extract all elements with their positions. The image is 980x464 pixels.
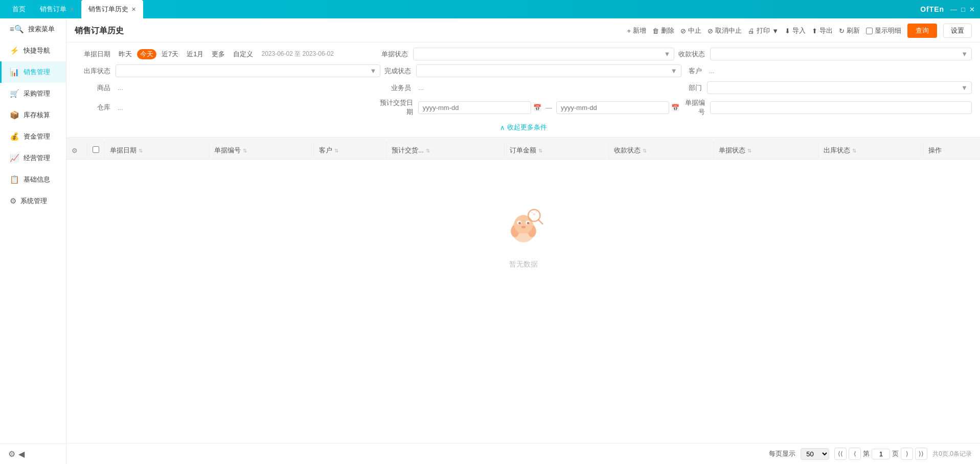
payment-status-select-wrap: ▼ bbox=[710, 48, 972, 60]
th-date-label: 单据日期 bbox=[110, 146, 136, 155]
sidebar-item-basic-info[interactable]: 📋 基础信息 bbox=[0, 169, 66, 190]
sidebar-item-quick-nav-label: 快捷导航 bbox=[24, 46, 50, 55]
close-sales-order-history-icon[interactable]: ✕ bbox=[131, 6, 136, 13]
th-payment-status: 收款状态 ⇅ bbox=[609, 142, 714, 160]
product-label: 商品 bbox=[75, 83, 116, 93]
customer-field: ... bbox=[707, 67, 972, 75]
sidebar-item-search-menu[interactable]: ≡🔍 搜索菜单 bbox=[0, 18, 66, 40]
th-order-no-sort[interactable]: 单据编号 ⇅ bbox=[214, 146, 308, 155]
display-toggle[interactable]: 显示明细 bbox=[866, 26, 901, 35]
tab-home[interactable]: 首页 bbox=[5, 0, 33, 18]
next-page-button[interactable]: ⟩ bbox=[901, 448, 913, 460]
th-expected-delivery-sort[interactable]: 预计交货... ⇅ bbox=[392, 146, 499, 155]
th-customer-sort[interactable]: 客户 ⇅ bbox=[319, 146, 381, 155]
order-status-select[interactable] bbox=[413, 48, 675, 60]
sidebar-item-inventory-check[interactable]: 📦 库存核算 bbox=[0, 104, 66, 126]
tab-sales-order[interactable]: 销售订单 ✕ bbox=[33, 0, 81, 18]
stop-button[interactable]: ⊘ 中止 bbox=[680, 26, 701, 35]
maximize-icon[interactable]: □ bbox=[961, 6, 965, 13]
th-expected-delivery-label: 预计交货... bbox=[392, 146, 424, 155]
th-order-amount-sort-icon: ⇅ bbox=[538, 148, 542, 153]
close-sales-order-icon[interactable]: ✕ bbox=[70, 6, 74, 13]
salesperson-ellipsis[interactable]: ... bbox=[416, 84, 426, 92]
window-close-icon[interactable]: ✕ bbox=[969, 6, 975, 13]
prev-page-button[interactable]: ⟨ bbox=[849, 448, 861, 460]
delete-icon: 🗑 bbox=[652, 27, 659, 35]
new-button[interactable]: + 新增 bbox=[627, 26, 647, 35]
svg-point-8 bbox=[521, 226, 525, 228]
svg-point-13 bbox=[535, 211, 537, 212]
calendar-from-icon[interactable]: 📅 bbox=[533, 104, 541, 112]
outbound-status-select-wrap: ▼ bbox=[116, 64, 380, 77]
date-btn-yesterday[interactable]: 昨天 bbox=[116, 49, 135, 59]
payment-status-select[interactable] bbox=[710, 48, 972, 60]
th-outbound-status-sort[interactable]: 出库状态 ⇅ bbox=[824, 146, 918, 155]
th-settings: ⚙ bbox=[66, 142, 87, 160]
delivery-date-from[interactable] bbox=[418, 101, 531, 114]
svg-point-3 bbox=[514, 215, 533, 234]
outbound-status-select[interactable] bbox=[116, 64, 380, 77]
query-button[interactable]: 查询 bbox=[907, 24, 937, 38]
table-gear-icon[interactable]: ⚙ bbox=[72, 147, 78, 154]
minimize-icon[interactable]: — bbox=[950, 6, 957, 13]
sidebar-item-purchase-mgmt[interactable]: 🛒 采购管理 bbox=[0, 83, 66, 104]
th-actions: 操作 bbox=[923, 142, 980, 160]
tab-sales-order-label: 销售订单 bbox=[40, 5, 66, 14]
th-outbound-status: 出库状态 ⇅ bbox=[818, 142, 923, 160]
page-size-select[interactable]: 50 10 20 100 bbox=[801, 448, 829, 460]
system-mgmt-icon: ⚙ bbox=[10, 196, 16, 206]
tab-home-label: 首页 bbox=[12, 5, 26, 14]
delete-label: 删除 bbox=[661, 26, 674, 35]
payment-status-label: 收款状态 bbox=[674, 50, 710, 59]
cancel-stop-icon: ⊘ bbox=[708, 27, 713, 35]
current-page-input[interactable] bbox=[872, 449, 890, 459]
th-order-status-sort[interactable]: 单据状态 ⇅ bbox=[719, 146, 813, 155]
th-order-status-label: 单据状态 bbox=[719, 146, 745, 155]
outbound-status-label: 出库状态 bbox=[75, 67, 116, 76]
delivery-date-to[interactable] bbox=[556, 101, 669, 114]
page-size-label: 每页显示 bbox=[769, 449, 795, 458]
sidebar-item-sales-mgmt[interactable]: 📊 销售管理 bbox=[0, 61, 66, 83]
select-all-checkbox[interactable] bbox=[93, 146, 99, 153]
export-button[interactable]: ⬆ 导出 bbox=[812, 26, 833, 35]
completion-status-select[interactable] bbox=[416, 64, 681, 77]
date-btn-more[interactable]: 更多 bbox=[209, 49, 228, 59]
delete-button[interactable]: 🗑 删除 bbox=[652, 26, 674, 35]
order-no-input[interactable] bbox=[710, 101, 972, 114]
th-order-amount-sort[interactable]: 订单金额 ⇅ bbox=[510, 146, 604, 155]
export-label: 导出 bbox=[819, 26, 833, 35]
tab-sales-order-history[interactable]: 销售订单历史 ✕ bbox=[81, 0, 143, 18]
collapse-bar[interactable]: ∧ 收起更多条件 bbox=[75, 121, 972, 132]
warehouse-ellipsis[interactable]: ... bbox=[116, 104, 125, 112]
stop-icon: ⊘ bbox=[680, 27, 686, 35]
order-status-select-wrap: ▼ bbox=[413, 48, 675, 60]
th-date-sort[interactable]: 单据日期 ⇅ bbox=[110, 146, 204, 155]
settings-button[interactable]: 设置 bbox=[943, 24, 972, 38]
sidebar-settings-icon[interactable]: ⚙ bbox=[8, 449, 15, 459]
refresh-button[interactable]: ↻ 刷新 bbox=[839, 26, 860, 35]
sidebar-item-system-mgmt[interactable]: ⚙ 系统管理 bbox=[0, 190, 66, 212]
operations-mgmt-icon: 📈 bbox=[10, 153, 19, 163]
import-button[interactable]: ⬇ 导入 bbox=[785, 26, 806, 35]
sidebar-item-operations-mgmt[interactable]: 📈 经营管理 bbox=[0, 147, 66, 169]
date-btn-today[interactable]: 今天 bbox=[137, 49, 156, 59]
th-payment-status-sort[interactable]: 收款状态 ⇅ bbox=[614, 146, 708, 155]
sidebar-item-capital-mgmt[interactable]: 💰 资金管理 bbox=[0, 126, 66, 147]
sidebar-item-quick-nav[interactable]: ⚡ 快捷导航 bbox=[0, 40, 66, 61]
date-btn-7days[interactable]: 近7天 bbox=[158, 49, 181, 59]
first-page-button[interactable]: ⟨⟨ bbox=[834, 448, 847, 460]
last-page-button[interactable]: ⟩⟩ bbox=[915, 448, 927, 460]
sidebar-collapse-icon[interactable]: ◀ bbox=[18, 449, 25, 459]
th-expected-delivery-sort-icon: ⇅ bbox=[426, 148, 430, 153]
sidebar-item-search-menu-label: 搜索菜单 bbox=[28, 25, 55, 34]
department-select[interactable] bbox=[707, 81, 972, 94]
product-ellipsis[interactable]: ... bbox=[116, 84, 125, 92]
print-button[interactable]: 🖨 打印 ▼ bbox=[748, 26, 779, 35]
calendar-to-icon[interactable]: 📅 bbox=[671, 104, 679, 112]
customer-ellipsis[interactable]: ... bbox=[707, 67, 717, 75]
cancel-stop-button[interactable]: ⊘ 取消中止 bbox=[708, 26, 742, 35]
display-toggle-checkbox[interactable] bbox=[866, 28, 873, 34]
date-btn-custom[interactable]: 自定义 bbox=[230, 49, 256, 59]
date-btn-1month[interactable]: 近1月 bbox=[184, 49, 207, 59]
th-date: 单据日期 ⇅ bbox=[104, 142, 209, 160]
